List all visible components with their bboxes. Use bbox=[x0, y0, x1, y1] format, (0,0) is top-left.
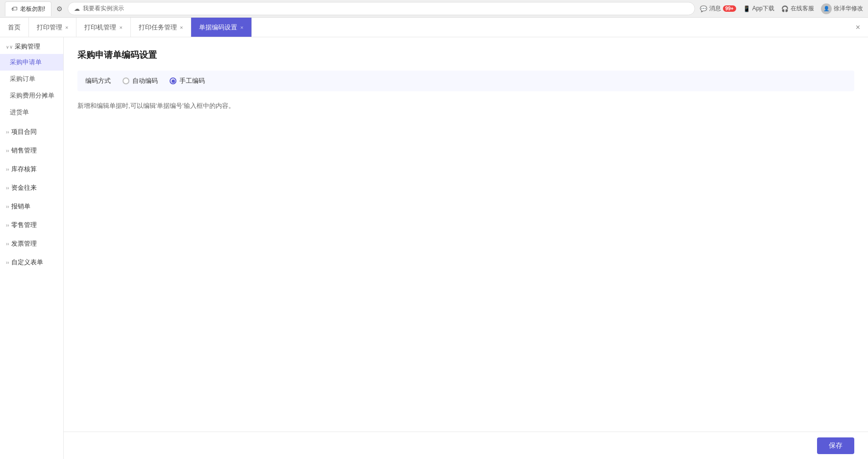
tab-printer-management[interactable]: 打印机管理 × bbox=[76, 18, 130, 37]
invoice-group-arrow: › bbox=[6, 241, 9, 247]
purchase-group-arrow: ∨ bbox=[6, 44, 13, 50]
finance-group-label: 资金往来 bbox=[11, 183, 37, 192]
sidebar-item-inbound[interactable]: 进货单 bbox=[0, 104, 63, 121]
sidebar: ∨ 采购管理 采购申请单 采购订单 采购费用分摊单 进货单 › 项目合同 bbox=[0, 37, 64, 459]
invoice-group-label: 发票管理 bbox=[11, 239, 37, 248]
tab-document-code-setting-label: 单据编码设置 bbox=[199, 23, 237, 32]
tab-document-code-setting-close[interactable]: × bbox=[240, 25, 243, 30]
sidebar-item-purchase-request[interactable]: 采购申请单 bbox=[0, 54, 63, 71]
content-inner: 采购申请单编码设置 编码方式 自动编码 手工编码 新增和编辑单据时,可以编辑'单… bbox=[64, 37, 868, 432]
app-icon: 📱 bbox=[743, 5, 750, 12]
tab-document-code-setting[interactable]: 单据编码设置 × bbox=[191, 18, 251, 37]
finance-group-arrow: › bbox=[6, 185, 9, 191]
online-service-label: 在线客服 bbox=[791, 4, 814, 13]
radio-manual-dot bbox=[172, 79, 175, 83]
expense-group-arrow: › bbox=[6, 204, 9, 209]
main-layout: ∨ 采购管理 采购申请单 采购订单 采购费用分摊单 进货单 › 项目合同 bbox=[0, 37, 868, 459]
content-area: 采购申请单编码设置 编码方式 自动编码 手工编码 新增和编辑单据时,可以编辑'单… bbox=[64, 37, 868, 459]
sidebar-section-sales: › 销售管理 bbox=[0, 141, 63, 158]
tab-print-management[interactable]: 打印管理 × bbox=[29, 18, 76, 37]
message-icon: 💬 bbox=[700, 5, 707, 12]
sidebar-group-inventory[interactable]: › 库存核算 bbox=[0, 160, 63, 177]
sales-group-arrow: › bbox=[6, 148, 9, 153]
tab-printer-management-label: 打印机管理 bbox=[84, 23, 116, 32]
browser-bar: 🏷 老板勿割! ⚙ ☁ 我要看实例演示 💬 消息 99+ 📱 App下载 🎧 在… bbox=[0, 0, 868, 18]
sidebar-section-inventory: › 库存核算 bbox=[0, 160, 63, 177]
sidebar-section-expense: › 报销单 bbox=[0, 197, 63, 214]
sidebar-group-finance[interactable]: › 资金往来 bbox=[0, 178, 63, 195]
app-tabbar: 首页 打印管理 × 打印机管理 × 打印任务管理 × 单据编码设置 × × bbox=[0, 18, 868, 37]
encoding-label: 编码方式 bbox=[85, 76, 111, 85]
message-item[interactable]: 💬 消息 99+ bbox=[700, 4, 736, 13]
inventory-group-arrow: › bbox=[6, 167, 9, 172]
sidebar-item-purchase-expense-label: 采购费用分摊单 bbox=[10, 92, 54, 99]
cloud-icon: ☁ bbox=[74, 5, 80, 12]
sidebar-group-sales[interactable]: › 销售管理 bbox=[0, 141, 63, 158]
radio-auto-circle bbox=[123, 77, 129, 84]
sales-group-label: 销售管理 bbox=[11, 146, 37, 155]
radio-manual-circle bbox=[170, 77, 176, 84]
description-text: 新增和编辑单据时,可以编辑'单据编号'输入框中的内容。 bbox=[77, 101, 854, 111]
tab-print-task-management-label: 打印任务管理 bbox=[139, 23, 177, 32]
purchase-group-label: 采购管理 bbox=[15, 42, 40, 51]
tab-favicon: 🏷 bbox=[11, 5, 17, 12]
sidebar-group-invoice[interactable]: › 发票管理 bbox=[0, 234, 63, 251]
sidebar-section-project: › 项目合同 bbox=[0, 123, 63, 139]
auto-code-label: 自动编码 bbox=[132, 76, 158, 85]
sidebar-section-invoice: › 发票管理 bbox=[0, 234, 63, 251]
sidebar-section-retail: › 零售管理 bbox=[0, 216, 63, 232]
search-text: 我要看实例演示 bbox=[83, 4, 124, 13]
user-item[interactable]: 👤 徐泽华修改 bbox=[821, 3, 863, 14]
custom-group-arrow: › bbox=[6, 260, 9, 265]
sidebar-item-purchase-order-label: 采购订单 bbox=[10, 75, 35, 82]
content-footer: 保存 bbox=[64, 432, 868, 459]
page-title: 采购申请单编码设置 bbox=[77, 49, 854, 61]
app-download-item[interactable]: 📱 App下载 bbox=[743, 4, 774, 13]
browser-settings-icon[interactable]: ⚙ bbox=[56, 5, 63, 13]
browser-right-icons: 💬 消息 99+ 📱 App下载 🎧 在线客服 👤 徐泽华修改 bbox=[700, 3, 863, 14]
sidebar-group-custom[interactable]: › 自定义表单 bbox=[0, 253, 63, 270]
browser-search-bar[interactable]: ☁ 我要看实例演示 bbox=[68, 2, 694, 15]
project-group-label: 项目合同 bbox=[11, 128, 37, 136]
sidebar-item-purchase-request-label: 采购申请单 bbox=[10, 58, 42, 66]
tab-print-task-management-close[interactable]: × bbox=[180, 25, 183, 30]
sidebar-item-purchase-expense[interactable]: 采购费用分摊单 bbox=[0, 87, 63, 104]
headset-icon: 🎧 bbox=[781, 5, 789, 12]
tab-print-management-close[interactable]: × bbox=[65, 25, 68, 30]
sidebar-group-project[interactable]: › 项目合同 bbox=[0, 123, 63, 139]
sidebar-section-purchase: ∨ 采购管理 采购申请单 采购订单 采购费用分摊单 进货单 bbox=[0, 37, 63, 121]
manual-code-label: 手工编码 bbox=[179, 76, 205, 85]
save-button[interactable]: 保存 bbox=[817, 437, 854, 454]
notification-badge: 99+ bbox=[723, 5, 736, 12]
tab-print-management-label: 打印管理 bbox=[37, 23, 62, 32]
tab-bar-close-right[interactable]: × bbox=[856, 23, 868, 32]
user-name: 徐泽华修改 bbox=[834, 4, 863, 13]
app-download-label: App下载 bbox=[752, 4, 774, 13]
project-group-arrow: › bbox=[6, 129, 9, 135]
retail-group-label: 零售管理 bbox=[11, 221, 37, 230]
radio-manual-code[interactable]: 手工编码 bbox=[170, 76, 205, 85]
message-label: 消息 bbox=[709, 4, 721, 13]
online-service-item[interactable]: 🎧 在线客服 bbox=[781, 4, 814, 13]
expense-group-label: 报销单 bbox=[11, 202, 30, 211]
tab-printer-management-close[interactable]: × bbox=[119, 25, 122, 30]
custom-group-label: 自定义表单 bbox=[11, 258, 43, 267]
sidebar-section-custom: › 自定义表单 bbox=[0, 253, 63, 270]
sidebar-group-purchase[interactable]: ∨ 采购管理 bbox=[0, 37, 63, 54]
tab-print-task-management[interactable]: 打印任务管理 × bbox=[131, 18, 191, 37]
browser-tab-label: 老板勿割! bbox=[20, 5, 45, 13]
encoding-row: 编码方式 自动编码 手工编码 bbox=[77, 71, 854, 91]
radio-auto-code[interactable]: 自动编码 bbox=[123, 76, 158, 85]
sidebar-section-finance: › 资金往来 bbox=[0, 178, 63, 195]
sidebar-item-purchase-order[interactable]: 采购订单 bbox=[0, 71, 63, 87]
tab-home-label: 首页 bbox=[8, 23, 21, 32]
sidebar-item-inbound-label: 进货单 bbox=[10, 108, 29, 116]
tab-home[interactable]: 首页 bbox=[0, 18, 29, 37]
inventory-group-label: 库存核算 bbox=[11, 165, 37, 174]
browser-tab[interactable]: 🏷 老板勿割! bbox=[5, 1, 51, 16]
retail-group-arrow: › bbox=[6, 223, 9, 228]
avatar: 👤 bbox=[821, 3, 832, 14]
sidebar-group-retail[interactable]: › 零售管理 bbox=[0, 216, 63, 232]
sidebar-group-expense[interactable]: › 报销单 bbox=[0, 197, 63, 214]
